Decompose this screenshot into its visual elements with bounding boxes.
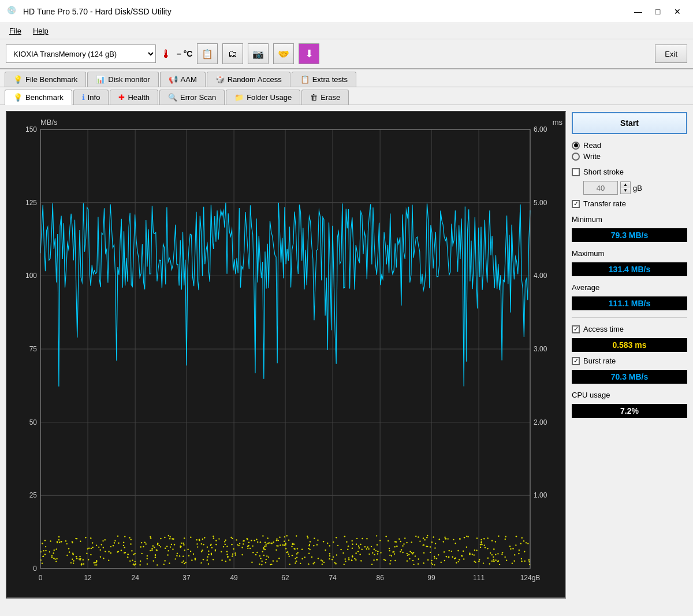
access-time-value: 0.583 ms	[572, 338, 687, 352]
maximize-button[interactable]: □	[649, 5, 666, 18]
burst-rate-value: 70.3 MB/s	[572, 370, 687, 384]
erase-icon: 🗑	[310, 93, 318, 102]
burst-rate-checkbox[interactable]: Burst rate	[572, 357, 687, 365]
tab-benchmark-label: Benchmark	[25, 93, 64, 102]
benchmark-chart	[7, 112, 565, 598]
toolbar: KIOXIA TransMemory (124 gB) 🌡 – °C 📋 🗂 📷…	[0, 39, 693, 69]
exit-button[interactable]: Exit	[655, 44, 687, 63]
error-scan-icon: 🔍	[168, 93, 177, 102]
short-stroke-checkbox[interactable]: Short stroke	[572, 168, 687, 176]
write-radio-label: Write	[583, 152, 601, 161]
read-radio[interactable]: Read	[572, 141, 687, 150]
tab-aam-label: AAM	[181, 75, 197, 84]
tab-file-benchmark-label: File Benchmark	[25, 75, 77, 84]
right-panel: Start Read Write Short stroke ▲ ▼ gB	[572, 111, 687, 599]
transfer-rate-checkbox[interactable]: Transfer rate	[572, 199, 687, 208]
stroke-input-row: ▲ ▼ gB	[572, 181, 687, 195]
tab-random-access[interactable]: 🎲 Random Access	[207, 72, 290, 87]
short-stroke-checkbox-indicator	[572, 168, 580, 176]
thermometer-icon: 🌡	[161, 47, 172, 61]
tab-erase-label: Erase	[321, 93, 340, 102]
menu-bar: File Help	[0, 23, 693, 39]
stroke-unit-label: gB	[633, 184, 642, 192]
tab-random-access-label: Random Access	[228, 75, 282, 84]
tab-bar-row2: 💡 Benchmark ℹ Info ✚ Health 🔍 Error Scan…	[0, 87, 693, 105]
start-button[interactable]: Start	[572, 112, 687, 134]
divider	[572, 317, 687, 318]
maximum-label: Maximum	[572, 249, 687, 258]
tab-info-label: Info	[88, 93, 100, 102]
minimum-value: 79.3 MB/s	[572, 228, 687, 242]
copy1-button[interactable]: 📋	[197, 43, 218, 64]
info-icon: ℹ	[82, 93, 85, 102]
minimize-button[interactable]: —	[629, 5, 647, 18]
tab-erase[interactable]: 🗑 Erase	[301, 90, 349, 105]
stroke-down-button[interactable]: ▼	[621, 188, 630, 194]
tab-folder-usage[interactable]: 📁 Folder Usage	[226, 90, 300, 105]
average-label: Average	[572, 283, 687, 292]
help-menu[interactable]: Help	[28, 25, 53, 36]
tab-folder-usage-label: Folder Usage	[247, 93, 292, 102]
title-bar: 💿 HD Tune Pro 5.70 - Hard Disk/SSD Utili…	[0, 0, 693, 23]
tab-file-benchmark[interactable]: 💡 File Benchmark	[5, 72, 86, 87]
tab-health[interactable]: ✚ Health	[110, 90, 158, 105]
tab-info[interactable]: ℹ Info	[73, 90, 109, 105]
burst-rate-label: Burst rate	[583, 357, 616, 365]
access-time-label: Access time	[583, 325, 624, 333]
stroke-spinner: ▲ ▼	[620, 181, 631, 194]
main-content: Start Read Write Short stroke ▲ ▼ gB	[0, 105, 693, 604]
short-stroke-label: Short stroke	[583, 168, 624, 176]
tab-bar-row1: 💡 File Benchmark 📊 Disk monitor 📢 AAM 🎲 …	[0, 69, 693, 87]
write-radio[interactable]: Write	[572, 152, 687, 161]
tab-extra-tests[interactable]: 📋 Extra tests	[292, 72, 356, 87]
access-time-checkbox-indicator	[572, 325, 580, 333]
benchmark-icon: 💡	[13, 93, 23, 102]
mode-radio-group: Read Write	[572, 139, 687, 163]
access-time-checkbox[interactable]: Access time	[572, 325, 687, 333]
copy2-button[interactable]: 🗂	[222, 43, 243, 64]
tab-error-scan[interactable]: 🔍 Error Scan	[159, 90, 225, 105]
save-button[interactable]: 🤝	[273, 43, 294, 64]
tab-benchmark[interactable]: 💡 Benchmark	[5, 90, 72, 105]
chart-container	[6, 111, 566, 599]
file-benchmark-icon: 💡	[13, 75, 23, 84]
read-radio-indicator	[572, 142, 580, 150]
app-title: HD Tune Pro 5.70 - Hard Disk/SSD Utility	[23, 7, 172, 16]
temp-value: – °C	[177, 49, 192, 58]
cpu-usage-label: CPU usage	[572, 391, 687, 399]
tab-extra-tests-label: Extra tests	[312, 75, 348, 84]
tab-error-scan-label: Error Scan	[180, 93, 216, 102]
disk-monitor-icon: 📊	[96, 75, 105, 84]
transfer-rate-checkbox-indicator	[572, 200, 580, 208]
folder-usage-icon: 📁	[234, 93, 244, 102]
tab-health-label: Health	[128, 93, 150, 102]
cpu-usage-value: 7.2%	[572, 404, 687, 418]
stroke-up-button[interactable]: ▲	[621, 182, 630, 188]
app-icon: 💿	[7, 6, 18, 17]
extra-tests-icon: 📋	[300, 75, 310, 84]
file-menu[interactable]: File	[5, 25, 26, 36]
close-button[interactable]: ✕	[669, 5, 686, 18]
tab-disk-monitor-label: Disk monitor	[108, 75, 150, 84]
average-value: 111.1 MB/s	[572, 296, 687, 310]
minimum-label: Minimum	[572, 215, 687, 224]
tab-aam[interactable]: 📢 AAM	[160, 72, 206, 87]
write-radio-indicator	[572, 153, 580, 161]
tab-disk-monitor[interactable]: 📊 Disk monitor	[87, 72, 158, 87]
random-access-icon: 🎲	[215, 75, 225, 84]
transfer-rate-label: Transfer rate	[583, 199, 626, 208]
health-icon: ✚	[118, 93, 125, 102]
stroke-value-input[interactable]	[583, 181, 618, 195]
device-select[interactable]: KIOXIA TransMemory (124 gB)	[6, 44, 156, 63]
aam-icon: 📢	[169, 75, 178, 84]
download-button[interactable]: ⬇	[299, 43, 319, 64]
camera-button[interactable]: 📷	[248, 43, 269, 64]
maximum-value: 131.4 MB/s	[572, 262, 687, 276]
read-radio-label: Read	[583, 141, 601, 150]
burst-rate-checkbox-indicator	[572, 357, 580, 365]
